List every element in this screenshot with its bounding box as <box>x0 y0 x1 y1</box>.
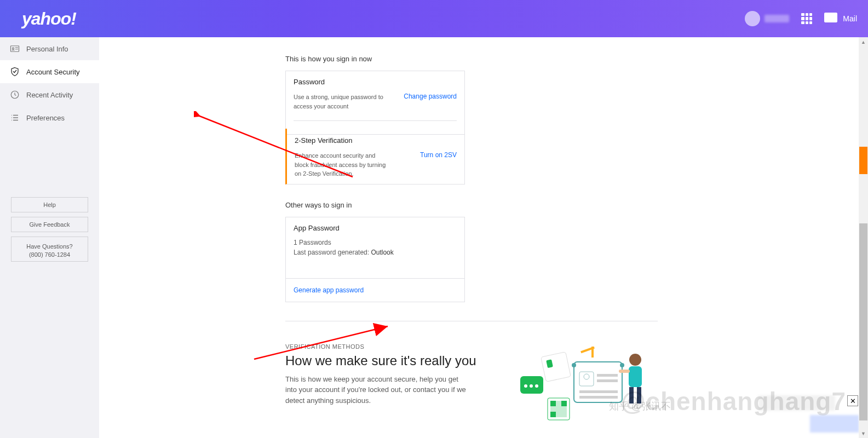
svg-rect-26 <box>637 387 641 404</box>
blurred-blue-box <box>810 415 859 433</box>
close-icon[interactable]: ✕ <box>847 395 858 406</box>
svg-point-4 <box>572 363 576 367</box>
svg-rect-9 <box>597 379 618 382</box>
app-password-card: App Password 1 Passwords Last password g… <box>285 217 465 302</box>
svg-rect-16 <box>541 351 571 382</box>
sidebar-item-label: Recent Activity <box>26 91 73 99</box>
feedback-button[interactable]: Give Feedback <box>11 217 88 232</box>
list-icon <box>10 113 20 123</box>
svg-rect-20 <box>550 401 556 406</box>
svg-point-23 <box>629 354 641 366</box>
scroll-down-icon[interactable]: ▼ <box>859 429 868 438</box>
app-password-title: App Password <box>294 224 457 232</box>
yahoo-logo[interactable]: yahoo! <box>22 9 76 29</box>
scrollbar-track[interactable]: ▲ ▼ <box>859 37 868 438</box>
questions-button[interactable]: Have Questions? (800) 760-1284 <box>11 237 88 262</box>
svg-point-14 <box>530 384 533 388</box>
svg-rect-22 <box>550 412 556 417</box>
questions-line1: Have Questions? <box>12 243 88 251</box>
svg-rect-8 <box>597 374 618 377</box>
questions-line2: (800) 760-1284 <box>12 251 88 259</box>
blurred-box <box>758 395 835 411</box>
svg-rect-0 <box>11 46 19 52</box>
password-desc: Use a strong, unique password to access … <box>294 93 387 111</box>
section-divider <box>285 321 658 321</box>
signin-heading: This is how you sign in now <box>285 55 658 63</box>
svg-rect-29 <box>591 347 594 358</box>
scrollbar-thumb[interactable] <box>859 223 867 420</box>
svg-rect-10 <box>579 390 618 393</box>
main-content: This is how you sign in now Password Use… <box>99 37 868 438</box>
twostep-title: 2-Step Verification <box>295 136 457 145</box>
svg-rect-25 <box>629 387 634 404</box>
header-right: Mail <box>745 11 857 26</box>
verification-label: VERIFICATION METHODS <box>285 343 476 350</box>
scrollbar-thumb-accent[interactable] <box>859 147 867 174</box>
app-header: yahoo! Mail <box>0 0 868 37</box>
svg-point-13 <box>524 384 527 388</box>
help-button[interactable]: Help <box>11 197 88 212</box>
svg-point-5 <box>620 363 624 367</box>
sidebar-item-label: Personal Info <box>26 45 68 53</box>
svg-rect-27 <box>619 370 630 373</box>
svg-rect-11 <box>579 396 618 399</box>
turn-on-2sv-link[interactable]: Turn on 2SV <box>420 151 457 159</box>
sidebar: Personal Info Account Security Recent Ac… <box>0 37 99 438</box>
verification-title: How we make sure it's really you <box>285 353 476 368</box>
sidebar-item-label: Preferences <box>26 114 65 122</box>
avatar <box>745 11 760 26</box>
verification-illustration <box>509 343 652 425</box>
id-card-icon <box>10 44 20 54</box>
svg-rect-24 <box>629 366 642 387</box>
sidebar-item-preferences[interactable]: Preferences <box>0 106 99 129</box>
user-name-blurred <box>764 15 789 22</box>
twostep-card: 2-Step Verification Enhance account secu… <box>285 129 465 185</box>
twostep-desc: Enhance account security and block fraud… <box>295 151 388 178</box>
verification-desc: This is how we keep your account secure,… <box>285 374 472 406</box>
apps-grid-icon[interactable] <box>801 13 812 24</box>
clock-icon <box>10 90 20 100</box>
svg-rect-21 <box>561 401 567 406</box>
password-card: Password Use a strong, unique password t… <box>285 71 465 135</box>
svg-point-1 <box>13 48 14 49</box>
app-password-count: 1 Passwords <box>294 239 457 246</box>
scroll-up-icon[interactable]: ▲ <box>859 37 868 47</box>
other-heading: Other ways to sign in <box>285 201 658 209</box>
sidebar-item-personal-info[interactable]: Personal Info <box>0 37 99 60</box>
mail-label[interactable]: Mail <box>843 14 857 23</box>
sidebar-item-recent-activity[interactable]: Recent Activity <box>0 83 99 106</box>
account-chip[interactable] <box>745 11 789 26</box>
sidebar-item-account-security[interactable]: Account Security <box>0 60 99 83</box>
change-password-link[interactable]: Change password <box>404 93 457 100</box>
generate-app-password-link[interactable]: Generate app password <box>286 278 464 302</box>
password-title: Password <box>294 78 457 86</box>
mail-icon[interactable] <box>824 13 837 25</box>
app-password-last: Last password generated: Outlook <box>294 249 457 256</box>
svg-point-15 <box>535 384 538 388</box>
sidebar-item-label: Account Security <box>26 68 80 76</box>
shield-icon <box>10 67 20 77</box>
